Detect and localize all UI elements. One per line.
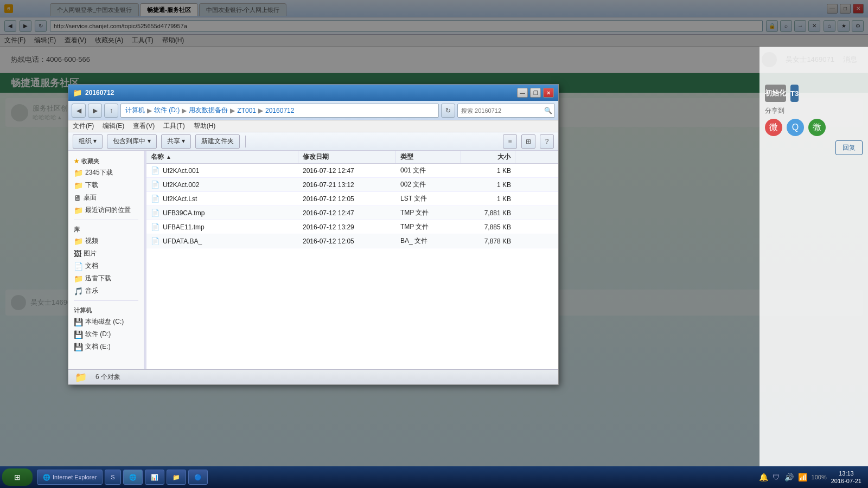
weibo-share-button[interactable]: 微 bbox=[765, 119, 782, 136]
file-type-cell: TMP 文件 bbox=[396, 206, 461, 220]
sidebar-item-label-c: 本地磁盘 (C:) bbox=[85, 317, 124, 326]
table-row[interactable]: 📄 UFBAE11.tmp 2016-07-12 13:29 TMP 文件 7,… bbox=[146, 220, 558, 234]
t3-button[interactable]: T3 bbox=[790, 85, 799, 102]
sidebar-drive-c[interactable]: 💾 本地磁盘 (C:) bbox=[71, 316, 142, 328]
sidebar-download[interactable]: 📁 下载 bbox=[71, 179, 142, 191]
view-details-button[interactable]: ⊞ bbox=[521, 134, 535, 149]
sidebar-item-label-d: 软件 (D:) bbox=[85, 330, 111, 339]
col-date-header[interactable]: 修改日期 bbox=[298, 151, 396, 163]
statusbar-folder-icon: 📁 bbox=[75, 371, 87, 383]
table-row[interactable]: 📄 UFB39CA.tmp 2016-07-12 12:47 TMP 文件 7,… bbox=[146, 206, 558, 220]
taskbar: ⊞ 🌐 Internet Explorer S 🌐 📊 📁 🔵 🔔 🛡 🔊 📶 … bbox=[0, 466, 868, 488]
sidebar-video[interactable]: 📁 视频 bbox=[71, 235, 142, 247]
sidebar-2345download[interactable]: 📁 2345下载 bbox=[71, 166, 142, 179]
explorer-forward-btn[interactable]: ▶ bbox=[88, 104, 102, 118]
new-folder-button[interactable]: 新建文件夹 bbox=[195, 134, 240, 149]
explorer-titlebar: 📁 20160712 — ❐ ✕ bbox=[68, 85, 558, 101]
path-backup[interactable]: 用友数据备份 bbox=[189, 106, 228, 115]
col-type-header[interactable]: 类型 bbox=[396, 151, 461, 163]
path-computer[interactable]: 计算机 bbox=[125, 106, 145, 115]
taskbar-item-ie[interactable]: 🌐 Internet Explorer bbox=[37, 470, 103, 485]
file-date-cell: 2016-07-12 12:05 bbox=[298, 234, 396, 248]
taskbar-item-5[interactable]: 📁 bbox=[167, 470, 186, 485]
explorer-close-btn[interactable]: ✕ bbox=[543, 88, 554, 98]
file-name: UFDATA.BA_ bbox=[163, 237, 202, 245]
qq-share-button[interactable]: Q bbox=[787, 119, 804, 136]
explorer-search-button[interactable]: 🔍 bbox=[541, 104, 554, 117]
file-size: 7,878 KB bbox=[484, 237, 511, 245]
reply-button[interactable]: 回复 bbox=[835, 140, 863, 155]
sidebar-desktop[interactable]: 🖥 桌面 bbox=[71, 191, 142, 204]
tray-date-value: 2016-07-21 bbox=[831, 477, 861, 485]
taskbar-item-6[interactable]: 🔵 bbox=[188, 470, 208, 485]
explorer-back-btn[interactable]: ◀ bbox=[72, 104, 86, 118]
file-name: Uf2KAct.001 bbox=[163, 167, 199, 175]
pictures-icon: 🖼 bbox=[74, 249, 81, 258]
filelist-header: 名称 ▲ 修改日期 类型 大小 bbox=[146, 151, 558, 164]
star-icon: ★ bbox=[74, 158, 79, 165]
sidebar-thunder[interactable]: 📁 迅雷下载 bbox=[71, 272, 142, 285]
sort-arrow: ▲ bbox=[166, 154, 171, 160]
file-date: 2016-07-12 12:47 bbox=[303, 167, 354, 175]
col-date-label: 修改日期 bbox=[303, 152, 329, 162]
view-list-button[interactable]: ≡ bbox=[503, 134, 517, 149]
library-section: 库 bbox=[71, 223, 142, 235]
explorer-menu-tools[interactable]: 工具(T) bbox=[163, 121, 184, 131]
sidebar-item-label-e: 文档 (E:) bbox=[85, 342, 111, 351]
file-icon: 📄 bbox=[151, 223, 159, 231]
drive-d-icon: 💾 bbox=[74, 330, 83, 339]
col-size-header[interactable]: 大小 bbox=[461, 151, 515, 163]
view-help-button[interactable]: ? bbox=[540, 134, 554, 149]
table-row[interactable]: 📄 Uf2KAct.001 2016-07-12 12:47 001 文件 1 … bbox=[146, 164, 558, 178]
sidebar-music[interactable]: 🎵 音乐 bbox=[71, 285, 142, 297]
explorer-dialog: 📁 20160712 — ❐ ✕ ◀ ▶ ↑ 计算机 ▶ 软件 (D:) ▶ 用… bbox=[68, 84, 559, 385]
desktop-icon: 🖥 bbox=[74, 194, 81, 202]
path-folder[interactable]: 20160712 bbox=[265, 107, 294, 114]
file-type-cell: LST 文件 bbox=[396, 192, 461, 206]
table-row[interactable]: 📄 Uf2KAct.002 2016-07-21 13:12 002 文件 1 … bbox=[146, 178, 558, 192]
explorer-path-bar[interactable]: 计算机 ▶ 软件 (D:) ▶ 用友数据备份 ▶ ZT001 ▶ 2016071… bbox=[120, 104, 439, 118]
explorer-main: ★ 收藏夹 📁 2345下载 📁 下载 🖥 桌面 📁 最近访问的位置 bbox=[68, 151, 558, 369]
taskbar-item-ie2[interactable]: 🌐 bbox=[123, 470, 143, 485]
table-row[interactable]: 📄 Uf2KAct.Lst 2016-07-12 12:05 LST 文件 1 … bbox=[146, 192, 558, 206]
taskbar-ie-label: Internet Explorer bbox=[53, 474, 97, 480]
organize-button[interactable]: 组织 ▾ bbox=[73, 134, 103, 149]
taskbar-item-4[interactable]: 📊 bbox=[145, 470, 164, 485]
sidebar-pictures[interactable]: 🖼 图片 bbox=[71, 247, 142, 260]
sidebar-item-label-documents: 文档 bbox=[85, 261, 98, 271]
init-button[interactable]: 初始化 bbox=[765, 85, 786, 102]
start-button[interactable]: ⊞ bbox=[2, 468, 33, 486]
explorer-nav: ◀ ▶ ↑ 计算机 ▶ 软件 (D:) ▶ 用友数据备份 ▶ ZT001 ▶ 2… bbox=[68, 101, 558, 120]
path-zt001[interactable]: ZT001 bbox=[237, 107, 256, 114]
sidebar-recent[interactable]: 📁 最近访问的位置 bbox=[71, 204, 142, 216]
explorer-minimize-btn[interactable]: — bbox=[517, 88, 528, 98]
explorer-refresh-btn[interactable]: ↻ bbox=[441, 104, 455, 118]
file-size-cell: 7,878 KB bbox=[461, 234, 515, 248]
col-name-header[interactable]: 名称 ▲ bbox=[146, 151, 298, 163]
explorer-menu-view[interactable]: 查看(V) bbox=[133, 121, 155, 131]
explorer-menu-help[interactable]: 帮助(H) bbox=[194, 121, 216, 131]
sidebar-item-label-desktop: 桌面 bbox=[84, 193, 97, 202]
path-drive[interactable]: 软件 (D:) bbox=[154, 106, 180, 115]
explorer-up-btn[interactable]: ↑ bbox=[104, 104, 118, 118]
share-button[interactable]: 共享 ▾ bbox=[161, 134, 191, 149]
taskbar-item-sogou[interactable]: S bbox=[105, 470, 120, 485]
explorer-menu-file[interactable]: 文件(F) bbox=[73, 121, 94, 131]
sidebar-drive-e[interactable]: 💾 文档 (E:) bbox=[71, 341, 142, 353]
sidebar-drive-d[interactable]: 💾 软件 (D:) bbox=[71, 328, 142, 341]
file-name-cell: 📄 Uf2KAct.002 bbox=[146, 178, 298, 191]
explorer-menu-edit[interactable]: 编辑(E) bbox=[103, 121, 124, 131]
file-name: Uf2KAct.002 bbox=[163, 181, 199, 189]
explorer-restore-btn[interactable]: ❐ bbox=[530, 88, 541, 98]
explorer-sidebar: ★ 收藏夹 📁 2345下载 📁 下载 🖥 桌面 📁 最近访问的位置 bbox=[68, 151, 144, 369]
sidebar-item-label-download: 下载 bbox=[85, 181, 98, 190]
file-type: BA_ 文件 bbox=[400, 236, 427, 246]
folder-icon-2345: 📁 bbox=[74, 169, 83, 177]
table-row[interactable]: 📄 UFDATA.BA_ 2016-07-12 12:05 BA_ 文件 7,8… bbox=[146, 234, 558, 248]
file-icon: 📄 bbox=[151, 181, 159, 189]
explorer-search-input[interactable] bbox=[458, 107, 541, 114]
sidebar-documents[interactable]: 📄 文档 bbox=[71, 260, 142, 272]
wechat-share-button[interactable]: 微 bbox=[808, 119, 826, 136]
include-library-button[interactable]: 包含到库中 ▾ bbox=[107, 134, 156, 149]
browser-background: e 个人网银登录_中国农业银行 畅捷通-服务社区 中国农业银行-个人网上银行 —… bbox=[0, 0, 868, 488]
